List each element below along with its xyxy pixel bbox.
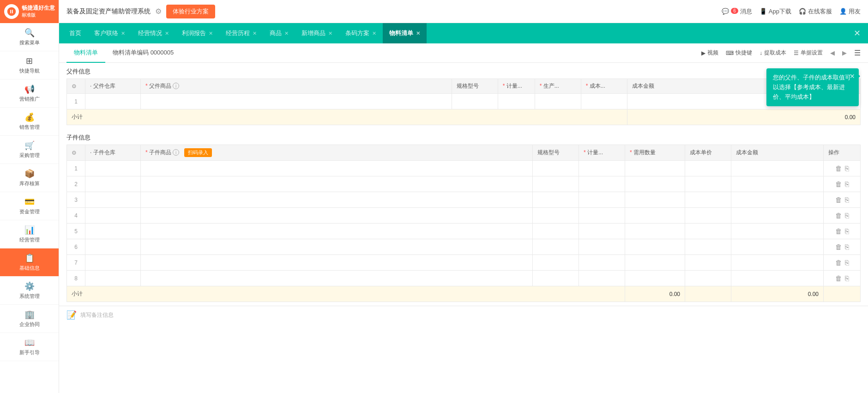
- parent-row-1-cost[interactable]: [581, 94, 627, 109]
- grid-view-icon[interactable]: ☰: [854, 48, 861, 57]
- child-row-3-delete-icon[interactable]: 🗑: [835, 196, 842, 204]
- sidebar-item-enterprise[interactable]: 🏢 企业协同: [0, 305, 59, 333]
- sidebar-item-purchase[interactable]: 🛒 采购管理: [0, 136, 59, 164]
- sidebar-item-search[interactable]: 🔍 搜索菜单: [0, 23, 59, 51]
- child-row-1-spec[interactable]: [533, 161, 579, 176]
- child-row-8-price[interactable]: [685, 271, 731, 286]
- child-row-5-delete-icon[interactable]: 🗑: [835, 227, 842, 235]
- parent-row-1-production[interactable]: [535, 94, 581, 109]
- child-row-8-spec[interactable]: [533, 271, 579, 286]
- tab-customer-close[interactable]: ✕: [121, 30, 125, 36]
- settings-icon[interactable]: ⚙: [155, 7, 162, 16]
- child-row-4-price[interactable]: [685, 208, 731, 224]
- parent-row-1-warehouse[interactable]: [85, 94, 141, 109]
- sub-tab-bom-list[interactable]: 物料清单: [66, 43, 105, 63]
- parent-col-settings-icon[interactable]: ⚙: [72, 83, 77, 90]
- child-row-7-spec[interactable]: [533, 255, 579, 271]
- app-download-action[interactable]: 📱 App下载: [760, 7, 791, 16]
- child-row-3-spec[interactable]: [533, 192, 579, 208]
- sidebar-item-sales[interactable]: 💰 销售管理: [0, 108, 59, 136]
- child-row-4-warehouse[interactable]: [85, 208, 141, 224]
- child-row-8-delete-icon[interactable]: 🗑: [835, 274, 842, 282]
- sidebar-item-system[interactable]: ⚙️ 系统管理: [0, 277, 59, 305]
- child-row-2-product[interactable]: [141, 176, 533, 192]
- tab-history[interactable]: 经营历程 ✕: [219, 23, 263, 43]
- child-row-4-product[interactable]: [141, 208, 533, 224]
- child-row-2-copy-icon[interactable]: ⎘: [845, 180, 849, 188]
- sidebar-item-basic-info[interactable]: 📋 基础信息: [0, 248, 59, 277]
- child-row-5-unit[interactable]: [579, 224, 625, 239]
- scan-button[interactable]: 扫码录入: [184, 148, 212, 157]
- child-row-6-unit[interactable]: [579, 239, 625, 255]
- child-row-2-amount[interactable]: [731, 176, 824, 192]
- child-row-2-delete-icon[interactable]: 🗑: [835, 180, 842, 188]
- sidebar-item-finance[interactable]: 💳 资金管理: [0, 192, 59, 220]
- close-all-tabs[interactable]: ✕: [850, 28, 864, 38]
- child-row-7-warehouse[interactable]: [85, 255, 141, 271]
- prev-page-icon[interactable]: ◀: [830, 49, 835, 56]
- parent-row-1-unit[interactable]: [498, 94, 535, 109]
- child-row-6-warehouse[interactable]: [85, 239, 141, 255]
- online-service-action[interactable]: 🎧 在线客服: [799, 7, 832, 16]
- child-row-2-price[interactable]: [685, 176, 731, 192]
- child-row-7-amount[interactable]: [731, 255, 824, 271]
- child-row-7-copy-icon[interactable]: ⎘: [845, 259, 849, 266]
- child-row-8-qty[interactable]: [625, 271, 685, 286]
- message-action[interactable]: 💬 6 消息: [722, 7, 752, 16]
- child-row-1-qty[interactable]: [625, 161, 685, 176]
- next-page-icon[interactable]: ▶: [842, 49, 847, 56]
- child-row-1-unit[interactable]: [579, 161, 625, 176]
- child-row-1-warehouse[interactable]: [85, 161, 141, 176]
- child-row-2-spec[interactable]: [533, 176, 579, 192]
- tab-goods[interactable]: 商品 ✕: [263, 23, 295, 43]
- action-settings[interactable]: ☰ 单据设置: [794, 49, 823, 57]
- child-row-3-unit[interactable]: [579, 192, 625, 208]
- child-row-3-product[interactable]: [141, 192, 533, 208]
- child-row-5-product[interactable]: [141, 224, 533, 239]
- child-row-3-amount[interactable]: [731, 192, 824, 208]
- child-row-1-product[interactable]: [141, 161, 533, 176]
- child-row-6-product[interactable]: [141, 239, 533, 255]
- child-row-3-warehouse[interactable]: [85, 192, 141, 208]
- child-row-3-price[interactable]: [685, 192, 731, 208]
- child-row-7-product[interactable]: [141, 255, 533, 271]
- tab-bom-close[interactable]: ✕: [416, 30, 420, 36]
- child-row-6-copy-icon[interactable]: ⎘: [845, 243, 849, 251]
- child-row-6-delete-icon[interactable]: 🗑: [835, 243, 842, 251]
- child-row-2-warehouse[interactable]: [85, 176, 141, 192]
- child-row-1-amount[interactable]: [731, 161, 824, 176]
- sidebar-item-inventory[interactable]: 📦 库存核算: [0, 164, 59, 192]
- child-row-1-copy-icon[interactable]: ⎘: [845, 164, 849, 172]
- parent-product-info-icon[interactable]: i: [173, 83, 179, 89]
- child-row-4-qty[interactable]: [625, 208, 685, 224]
- child-row-2-unit[interactable]: [579, 176, 625, 192]
- child-row-8-warehouse[interactable]: [85, 271, 141, 286]
- child-row-6-spec[interactable]: [533, 239, 579, 255]
- child-row-5-copy-icon[interactable]: ⎘: [845, 227, 849, 235]
- parent-row-1-spec[interactable]: [452, 94, 498, 109]
- parent-row-1-product[interactable]: [141, 94, 452, 109]
- child-row-8-product[interactable]: [141, 271, 533, 286]
- tab-operation[interactable]: 经营情况 ✕: [132, 23, 175, 43]
- child-row-6-amount[interactable]: [731, 239, 824, 255]
- action-view[interactable]: ▶ 视频: [701, 49, 718, 57]
- tab-new-goods[interactable]: 新增商品 ✕: [295, 23, 339, 43]
- sidebar-item-guide[interactable]: 📖 新手引导: [0, 333, 59, 361]
- child-row-2-qty[interactable]: [625, 176, 685, 192]
- child-row-5-spec[interactable]: [533, 224, 579, 239]
- child-row-6-qty[interactable]: [625, 239, 685, 255]
- child-row-8-unit[interactable]: [579, 271, 625, 286]
- tab-home[interactable]: 首页: [63, 23, 88, 43]
- tab-barcode-close[interactable]: ✕: [372, 30, 376, 36]
- child-row-7-qty[interactable]: [625, 255, 685, 271]
- child-row-1-price[interactable]: [685, 161, 731, 176]
- child-row-8-copy-icon[interactable]: ⎘: [845, 274, 849, 282]
- child-product-info-icon[interactable]: i: [173, 149, 179, 156]
- sidebar-item-operations[interactable]: 📊 经营管理: [0, 220, 59, 248]
- user-action[interactable]: 👤 用友: [839, 7, 861, 16]
- child-row-4-unit[interactable]: [579, 208, 625, 224]
- sidebar-item-marketing[interactable]: 📢 营销推广: [0, 79, 59, 108]
- tab-profit-close[interactable]: ✕: [209, 30, 213, 36]
- tab-goods-close[interactable]: ✕: [284, 30, 289, 36]
- child-row-5-warehouse[interactable]: [85, 224, 141, 239]
